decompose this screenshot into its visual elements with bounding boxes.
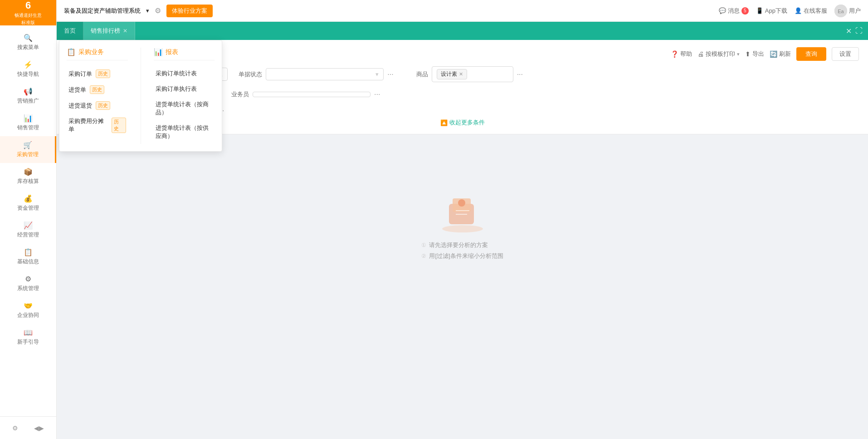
sidebar-item-operation-label: 经营管理 (17, 231, 39, 239)
dropdown-item-order-exec[interactable]: 采购订单执行表 (154, 81, 215, 97)
sidebar-item-basic[interactable]: 📋 基础信息 (0, 243, 56, 270)
dropdown-menu: 📋 采购业务 采购订单 历史 进货单 历史 进货退货 历史 采购费用分摊单 历史 (59, 40, 222, 152)
report-col-icon: 📊 (154, 48, 163, 56)
svg-point-5 (458, 199, 465, 207)
sidebar-item-cooperation[interactable]: 🤝 企业协同 (0, 297, 56, 324)
help-icon: ❓ (671, 50, 678, 58)
sidebar-settings-btn[interactable]: ⚙ (12, 424, 18, 432)
sidebar-item-quick[interactable]: ⚡ 快捷导航 (0, 56, 56, 83)
purchase-col-title: 📋 采购业务 (67, 48, 128, 60)
sidebar-item-basic-label: 基础信息 (17, 258, 39, 266)
status-label: 单据状态 (235, 70, 262, 79)
sidebar-logo: 6 畅通道好生意 标准版 (0, 0, 56, 25)
messages-btn[interactable]: 💬 消息 5 (719, 7, 749, 15)
print-icon: 🖨 (697, 50, 704, 58)
dropdown-item-purchase-order[interactable]: 采购订单 历史 (67, 66, 128, 82)
avatar: Ea (834, 5, 847, 17)
sidebar-item-guide-label: 新手引导 (17, 338, 39, 346)
tab-close-all-icon[interactable]: ✕ (846, 27, 852, 35)
product-tag-close[interactable]: ✕ (459, 71, 463, 77)
empty-step-2: ② 用[过滤]条件来缩小分析范围 (421, 252, 503, 260)
tab-home[interactable]: 首页 (57, 22, 83, 40)
online-service-btn[interactable]: 👤 在线客服 (795, 7, 827, 15)
refresh-btn[interactable]: 🔄 刷新 (770, 50, 791, 58)
dropdown-item-purchase-fee[interactable]: 采购费用分摊单 历史 (67, 113, 128, 137)
tab-sales-ranking[interactable]: 销售排行榜 ✕ (83, 22, 135, 40)
topbar-right: 💬 消息 5 📱 App下载 👤 在线客服 Ea 用户 (719, 5, 861, 17)
sidebar-item-purchase[interactable]: 🛒 采购管理 (0, 136, 56, 163)
sidebar-item-sales[interactable]: 📊 销售管理 (0, 109, 56, 136)
inventory-icon: 📦 (24, 168, 33, 176)
sidebar-item-finance[interactable]: 💰 资金管理 (0, 190, 56, 217)
empty-state: ① 请先选择要分析的方案 ② 用[过滤]条件来缩小分析范围 (57, 134, 868, 316)
query-btn[interactable]: 查询 (796, 47, 826, 61)
salesperson-input[interactable] (253, 92, 371, 97)
search-icon: 🔍 (24, 34, 33, 42)
dropdown-item-inbound-supplier-stats[interactable]: 进货单统计表（按供应商） (154, 120, 215, 144)
purchase-col-icon: 📋 (67, 48, 76, 56)
print-arrow[interactable]: ▾ (737, 51, 740, 57)
inbound-supplier-stats-label: 进货单统计表（按供应商） (156, 124, 213, 140)
empty-step-1: ① 请先选择要分析的方案 (421, 241, 503, 249)
purchase-order-label: 采购订单 (68, 70, 92, 78)
dropdown-item-order-stats[interactable]: 采购订单统计表 (154, 66, 215, 81)
purchase-icon: 🛒 (23, 141, 32, 149)
status-dropdown-icon: ▾ (375, 71, 379, 78)
tab-expand-icon[interactable]: ⛶ (855, 27, 863, 35)
sidebar-item-quick-label: 快捷导航 (17, 70, 39, 78)
messages-icon: 💬 (719, 7, 726, 14)
sidebar-item-operation[interactable]: 📈 经营管理 (0, 217, 56, 243)
topbar-settings-icon[interactable]: ⚙ (155, 6, 161, 15)
refresh-icon: 🔄 (770, 50, 777, 58)
sidebar-collapse-btn[interactable]: ◀▶ (34, 424, 44, 432)
product-filter: 商品 设计素 ✕ ··· (401, 66, 523, 82)
empty-text: ① 请先选择要分析的方案 ② 用[过滤]条件来缩小分析范围 (421, 241, 503, 260)
collapse-label: 收起更多条件 (449, 118, 485, 127)
inbound-return-label: 进货退货 (68, 102, 92, 110)
sales-icon: 📊 (24, 114, 33, 123)
messages-label: 消息 (728, 7, 740, 15)
dropdown-item-inbound-product-stats[interactable]: 进货单统计表（按商品） (154, 97, 215, 120)
export-btn[interactable]: ⬆ 导出 (745, 50, 764, 58)
status-ellipsis[interactable]: ··· (387, 70, 393, 79)
product-input[interactable]: 设计素 ✕ (432, 66, 513, 82)
sidebar-footer: ⚙ ◀▶ (0, 416, 56, 439)
finance-icon: 💰 (24, 194, 33, 203)
dropdown-item-inbound-return[interactable]: 进货退货 历史 (67, 98, 128, 113)
sidebar-item-inventory[interactable]: 📦 库存核算 (0, 163, 56, 190)
sidebar-item-finance-label: 资金管理 (17, 204, 39, 212)
tabbar-right: ✕ ⛶ (846, 27, 868, 35)
status-input[interactable]: ▾ (266, 68, 384, 80)
step-2-text: 用[过滤]条件来缩小分析范围 (429, 252, 503, 260)
sidebar-item-search-label: 搜索菜单 (17, 44, 39, 51)
marketing-icon: 📢 (24, 87, 33, 96)
sidebar-item-sales-label: 销售管理 (17, 124, 39, 132)
messages-badge: 5 (741, 7, 749, 15)
tab-close-icon[interactable]: ✕ (123, 28, 127, 34)
filter-settings-btn[interactable]: 设置 (832, 47, 859, 61)
guide-icon: 📖 (24, 328, 33, 337)
svg-point-2 (442, 225, 483, 232)
system-title-arrow[interactable]: ▾ (146, 7, 149, 14)
salesperson-filter: 业务员 ··· (222, 90, 380, 99)
industry-btn[interactable]: 体验行业方案 (166, 5, 213, 17)
sidebar-item-search[interactable]: 🔍 搜索菜单 (0, 29, 56, 56)
user-label: 用户 (849, 7, 861, 15)
dropdown-item-inbound[interactable]: 进货单 历史 (67, 82, 128, 98)
help-label: 帮助 (680, 50, 692, 58)
purchase-fee-label: 采购费用分摊单 (68, 117, 108, 133)
sidebar-item-guide[interactable]: 📖 新手引导 (0, 324, 56, 350)
user-btn[interactable]: Ea 用户 (834, 5, 861, 17)
sidebar-item-purchase-label: 采购管理 (17, 151, 39, 158)
help-btn[interactable]: ❓ 帮助 (671, 50, 692, 58)
print-btn[interactable]: 🖨 按模板打印 ▾ (697, 50, 740, 58)
purchase-col: 📋 采购业务 采购订单 历史 进货单 历史 进货退货 历史 采购费用分摊单 历史 (67, 48, 128, 144)
operation-icon: 📈 (24, 221, 33, 230)
product-ellipsis[interactable]: ··· (517, 70, 523, 79)
collapse-up-icon: 🔼 (440, 119, 448, 126)
sidebar-item-system[interactable]: ⚙ 系统管理 (0, 270, 56, 297)
app-download-btn[interactable]: 📱 App下载 (756, 7, 787, 15)
sidebar-item-marketing[interactable]: 📢 营销推广 (0, 83, 56, 109)
salesperson-ellipsis[interactable]: ··· (374, 90, 380, 99)
sidebar-nav: 🔍 搜索菜单 ⚡ 快捷导航 📢 营销推广 📊 销售管理 🛒 采购管理 📦 库存核… (0, 25, 56, 416)
